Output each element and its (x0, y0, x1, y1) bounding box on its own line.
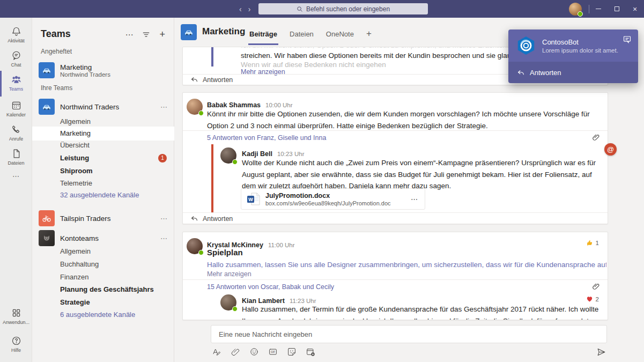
filter-icon[interactable] (142, 31, 150, 39)
replies-link[interactable]: 5 Antworten von Franz, Giselle und Inna (207, 134, 326, 142)
hidden-channels-link-northwind[interactable]: 32 ausgeblendete Kanäle (32, 189, 174, 202)
team-more-icon[interactable]: ⋯ (160, 215, 168, 223)
message-list: Ich bin mir nicht sicher, Option 2 oder … (174, 47, 644, 321)
minimize-button[interactable] (589, 0, 608, 18)
compose-toolbar: GIF (212, 347, 315, 357)
rail-item-apps[interactable]: Anwendun... (0, 307, 32, 331)
phone-icon (11, 124, 22, 135)
rail-label-help: Hilfe (11, 348, 21, 353)
presence-available-icon (232, 159, 238, 165)
rail-label-calls: Anrufe (9, 136, 24, 142)
message-time: 10:23 Uhr (277, 151, 305, 157)
team-row-tailspin[interactable]: Tailspin Traders ⋯ (39, 210, 168, 227)
replies-link[interactable]: 15 Antworten von Oscar, Babak und Cecily (207, 283, 334, 291)
channel-uebersicht[interactable]: Übersicht (32, 139, 174, 152)
channel-strategie[interactable]: Strategie (32, 296, 174, 309)
rail-item-calls[interactable]: Anrufe (0, 124, 32, 147)
channel-finanzen[interactable]: Finanzen (32, 271, 174, 284)
replies-summary-row: 15 Antworten von Oscar, Babak und Cecily (183, 279, 608, 293)
more-options-icon[interactable]: ⋯ (125, 31, 133, 39)
show-more-link[interactable]: Mehr anzeigen (207, 270, 251, 278)
calendar-icon (11, 100, 22, 111)
emoji-icon[interactable] (249, 347, 259, 357)
gif-icon[interactable]: GIF (268, 347, 278, 357)
forward-icon[interactable]: › (248, 5, 251, 13)
heart-count: 2 (596, 296, 599, 302)
channel-shiproom[interactable]: Shiproom (32, 165, 174, 178)
toast-title: ContosoBot (542, 38, 618, 46)
search-icon (297, 6, 303, 12)
at-glyph: @ (607, 145, 614, 153)
rail-item-calendar[interactable]: Kalender (0, 100, 32, 123)
teams-people-icon (11, 74, 22, 85)
schedule-meeting-icon[interactable] (306, 347, 315, 357)
send-button[interactable] (596, 347, 606, 359)
reply-button[interactable]: Antworten (190, 215, 233, 223)
maximize-button[interactable] (608, 0, 626, 18)
sticker-icon[interactable] (287, 347, 297, 357)
channel-leistung[interactable]: Leistung 1 (32, 152, 174, 165)
team-name: Kontoteams (60, 234, 99, 242)
notification-toast[interactable]: ContosoBot Lorem ipsum dolor sit amet. A… (508, 29, 638, 83)
attachment-more-icon[interactable]: ⋯ (411, 195, 418, 203)
rail-item-teams[interactable]: Teams (0, 74, 32, 98)
team-row-northwind[interactable]: Northwind Traders ⋯ (39, 98, 168, 115)
pinned-channel-marketing[interactable]: Marketing Northwind Traders (39, 60, 168, 81)
toast-reply-button[interactable]: Antworten (508, 62, 638, 83)
back-icon[interactable]: ‹ (239, 5, 242, 13)
team-row-kontoteams[interactable]: Kontoteams ⋯ (39, 230, 168, 247)
user-avatar[interactable] (569, 3, 582, 16)
reply-arrow-icon (190, 215, 198, 223)
author-name: Kadji Bell (242, 150, 272, 158)
toast-body[interactable]: ContosoBot Lorem ipsum dolor sit amet. (508, 29, 638, 62)
add-tab-icon[interactable]: + (366, 28, 372, 39)
reply-arrow-icon (517, 69, 525, 77)
paperclip-icon (592, 133, 600, 141)
join-create-team-icon[interactable]: + (159, 29, 165, 39)
rail-more-icon[interactable]: ⋯ (0, 172, 32, 180)
tailspin-team-icon (39, 210, 55, 226)
svg-text:GIF: GIF (271, 351, 275, 353)
rail-item-chat[interactable]: Chat (0, 50, 32, 73)
send-icon (596, 347, 606, 357)
heart-reaction-chip[interactable]: 2 (586, 295, 599, 303)
new-message-input[interactable] (211, 325, 607, 343)
avatar-krystal[interactable] (187, 238, 203, 254)
close-button[interactable]: × (626, 0, 644, 18)
team-more-icon[interactable]: ⋯ (160, 234, 168, 242)
rail-label-calendar: Kalender (6, 112, 26, 117)
attach-icon[interactable] (231, 347, 240, 357)
team-more-icon[interactable]: ⋯ (160, 103, 168, 111)
message-card-krystal: Krystal McKinney11:00 Uhr 1 Spielplan Ha… (182, 232, 608, 320)
attachment-filename: JulyPromotion.docx (265, 192, 391, 200)
avatar-kian[interactable] (220, 294, 236, 311)
tab-dateien[interactable]: Dateien (290, 30, 314, 38)
attachment-card[interactable]: W JulyPromotion.docx box.com/s/w9eo6eua8… (241, 188, 425, 210)
titlebar-right: × (569, 0, 644, 18)
toast-chat-icon[interactable] (623, 35, 632, 44)
reply-label: Antworten (203, 215, 233, 223)
channel-allgemein-konto[interactable]: Allgemein (32, 245, 174, 258)
avatar-kadji[interactable] (220, 147, 236, 164)
tab-onenote[interactable]: OneNote (326, 30, 354, 38)
attachment-indicator (592, 133, 600, 143)
like-reaction-chip[interactable]: 1 (586, 239, 599, 247)
format-icon[interactable] (212, 347, 221, 357)
northwind-team-icon (39, 62, 55, 78)
avatar-babak[interactable] (187, 99, 203, 115)
rail-item-files[interactable]: Dateien (0, 148, 32, 172)
tab-beitraege[interactable]: Beiträge (249, 30, 277, 38)
channel-planung[interactable]: Planung des Geschäftsjahrs (32, 283, 174, 296)
reply-button[interactable]: Antworten (190, 76, 233, 84)
channel-telemetrie[interactable]: Telemetrie (32, 177, 174, 190)
channel-buchhaltung[interactable]: Buchhaltung (32, 258, 174, 271)
team-name: Northwind Traders (60, 103, 119, 111)
channel-label: Leistung (60, 154, 89, 162)
rail-item-help[interactable]: Hilfe (0, 335, 32, 359)
app-rail: Aktivität Chat Teams Kalender Anrufe Dat… (0, 18, 32, 362)
hidden-channels-link-kontoteams[interactable]: 6 ausgeblendete Kanäle (32, 308, 174, 321)
rail-item-activity[interactable]: Aktivität (0, 26, 32, 49)
close-icon: × (633, 5, 637, 13)
search-input[interactable]: Befehl suchen oder eingeben (258, 3, 428, 14)
presence-available-icon (198, 250, 204, 255)
